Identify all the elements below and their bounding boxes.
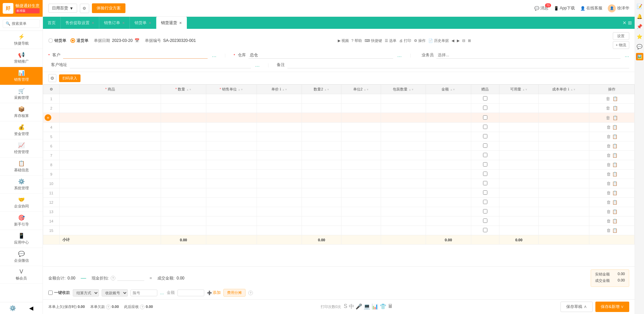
next-record[interactable]: ▶: [457, 39, 460, 43]
unit-cell-1[interactable]: [206, 94, 257, 104]
customer-select-btn[interactable]: …: [212, 53, 216, 58]
table-gear-button[interactable]: ⚙: [48, 74, 56, 82]
sidebar-item-enterprise[interactable]: 🤝 企业协同: [0, 194, 43, 212]
col-settings-icon[interactable]: ⚙: [50, 87, 53, 91]
tab-close-sales-order[interactable]: ✕: [122, 21, 125, 25]
tab-sales-return[interactable]: 销货退货 ✕: [156, 17, 187, 29]
rp-icon-2[interactable]: 🔔: [636, 13, 643, 20]
footer-icon-7[interactable]: 🖩: [388, 303, 393, 310]
footer-icon-2[interactable]: 中: [349, 303, 354, 310]
copy-row-10[interactable]: 📋: [611, 180, 618, 187]
view-list[interactable]: ⊟: [462, 39, 465, 43]
sidebar-settings-icon[interactable]: ⚙️: [9, 305, 16, 311]
sidebar-item-marketing[interactable]: 📢 营销推广: [0, 49, 43, 67]
scan-input-button[interactable]: 扫码录入: [59, 74, 80, 82]
copy-row-8[interactable]: 📋: [611, 162, 618, 168]
tab-sales-delivery[interactable]: 销货单 ✕: [130, 17, 156, 29]
sidebar-item-quick-nav[interactable]: ⚡ 快捷导航: [0, 31, 43, 49]
online-service-button[interactable]: 👤 在线客服: [580, 5, 602, 11]
delete-row-12[interactable]: 🗑: [606, 199, 611, 205]
rp-icon-5[interactable]: 💬: [636, 43, 643, 50]
sidebar-item-basic[interactable]: 📋 基础信息: [0, 158, 43, 176]
sidebar-item-guide[interactable]: 🎯 新手引导: [0, 212, 43, 230]
prev-record[interactable]: ◀: [451, 39, 454, 43]
sidebar-item-member[interactable]: V 畅会员: [0, 266, 43, 284]
action-video[interactable]: ▶ 视频: [338, 38, 349, 43]
delete-row-8[interactable]: 🗑: [606, 162, 611, 168]
copy-row-7[interactable]: 📋: [611, 152, 618, 159]
message-button[interactable]: 💬 消息 70: [534, 5, 548, 11]
sidebar-item-finance[interactable]: 💰 资金管理: [0, 121, 43, 139]
amount-input[interactable]: [177, 290, 204, 296]
radio-return[interactable]: 退货单: [70, 38, 89, 44]
gift-check-2[interactable]: [483, 106, 487, 110]
sidebar-item-operations[interactable]: 📈 经营管理: [0, 139, 43, 158]
radio-sale[interactable]: 销货单: [48, 38, 66, 44]
sidebar-item-apps[interactable]: 📱 应用中心: [0, 230, 43, 248]
search-menu-button[interactable]: 🔍 搜索菜单: [3, 19, 40, 28]
pack-cell-1[interactable]: [381, 94, 426, 104]
user-menu[interactable]: 👤 徐泽华: [608, 4, 629, 12]
staff-select-btn[interactable]: …: [625, 53, 629, 58]
tab-close-sales-delivery[interactable]: ✕: [149, 21, 151, 25]
add-payment-button[interactable]: ➕ 添加: [207, 290, 221, 296]
warehouse-select-btn[interactable]: …: [397, 53, 402, 58]
copy-row-6[interactable]: 📋: [611, 143, 618, 149]
sidebar-item-purchase[interactable]: 🛒 采购管理: [0, 85, 43, 103]
calendar-icon[interactable]: 📅: [135, 38, 140, 43]
delete-row-13[interactable]: 🗑: [606, 208, 611, 215]
remark-input[interactable]: [287, 61, 629, 68]
rp-icon-3[interactable]: 📌: [636, 23, 643, 30]
delete-row-5[interactable]: 🗑: [606, 133, 611, 140]
copy-row-12[interactable]: 📋: [611, 199, 618, 205]
tab-close-sales-return[interactable]: ✕: [179, 21, 182, 25]
sidebar-item-sales[interactable]: 📊 销售管理: [0, 67, 43, 85]
view-detail[interactable]: ⊞: [468, 39, 471, 43]
copy-row-9[interactable]: 📋: [611, 171, 618, 177]
action-print[interactable]: 🖨 打印: [399, 38, 411, 43]
cost-cell-1[interactable]: [539, 94, 589, 104]
tab-sales-order[interactable]: 销售订单 ✕: [99, 17, 130, 29]
discount-input[interactable]: [117, 276, 144, 281]
trial-button[interactable]: 体验行业方案: [92, 3, 125, 13]
action-select[interactable]: ☰ 选单: [385, 38, 396, 43]
add-row-button[interactable]: +: [45, 114, 51, 121]
price-cell-1[interactable]: [257, 94, 302, 104]
gift-cell-1[interactable]: [471, 94, 499, 104]
gift-check-3[interactable]: [483, 115, 487, 120]
dots-icon[interactable]: …: [160, 291, 164, 295]
account-input[interactable]: [130, 290, 157, 296]
tab-menu[interactable]: ⊞: [628, 20, 632, 25]
one-click-pay-check[interactable]: 一键收款: [48, 290, 70, 296]
customer-input[interactable]: [63, 52, 208, 59]
delete-row-4[interactable]: 🗑: [606, 124, 611, 130]
copy-row-2[interactable]: 📋: [612, 105, 619, 111]
warehouse-input[interactable]: [249, 52, 393, 59]
sidebar-collapse-icon[interactable]: ◀: [29, 305, 33, 311]
copy-row-3[interactable]: 📋: [612, 115, 619, 121]
address-select-btn[interactable]: …: [255, 62, 260, 68]
sidebar-item-inventory[interactable]: 📦 库存核算: [0, 103, 43, 121]
save-new-button[interactable]: 保存&新增 ∨: [595, 302, 629, 312]
goods-cell-1[interactable]: [59, 94, 161, 104]
tab-home[interactable]: 首页: [43, 17, 61, 29]
save-draft-button[interactable]: 保存草稿 ∧: [560, 302, 592, 312]
copy-row-1[interactable]: 📋: [612, 96, 619, 102]
delete-row-2[interactable]: 🗑: [605, 105, 611, 111]
delete-row-3[interactable]: 🗑: [605, 115, 611, 121]
footer-icon-4[interactable]: 💻: [364, 303, 370, 310]
sidebar-item-wechat[interactable]: 💬 企业微信: [0, 248, 43, 266]
delete-row-1[interactable]: 🗑: [605, 96, 611, 102]
app-download-button[interactable]: 📱 App下载: [554, 5, 575, 11]
delete-row-7[interactable]: 🗑: [606, 152, 611, 159]
action-shortcut[interactable]: ⌨ 快捷键: [365, 38, 382, 43]
fee-help-icon[interactable]: ?: [248, 291, 253, 295]
copy-row-11[interactable]: 📋: [611, 190, 618, 196]
fee-split-button[interactable]: 费用分摊: [223, 289, 246, 297]
delete-row-15[interactable]: 🗑: [606, 227, 611, 234]
delete-row-6[interactable]: 🗑: [606, 143, 611, 149]
delete-row-9[interactable]: 🗑: [606, 171, 611, 177]
footer-icon-6[interactable]: 👕: [380, 303, 386, 310]
settings-button[interactable]: 设置: [613, 32, 629, 40]
gift-check-1[interactable]: [483, 96, 487, 101]
